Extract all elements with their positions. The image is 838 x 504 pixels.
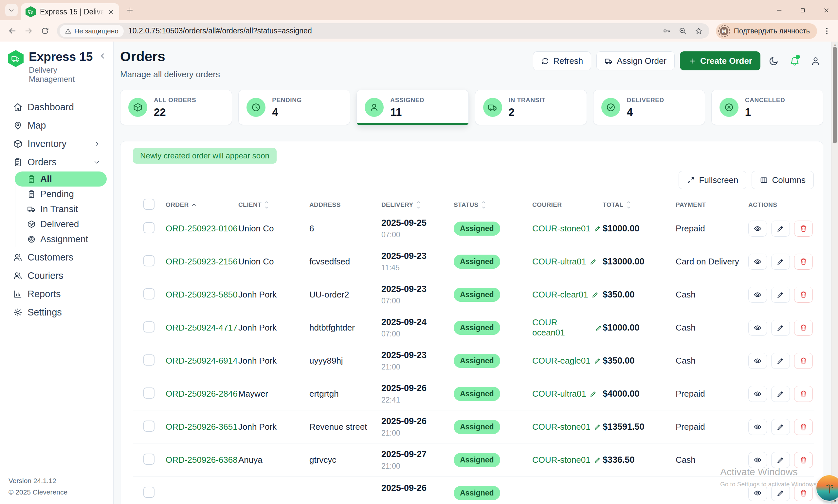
row-checkbox[interactable] [143,321,155,332]
scroll-up-arrow[interactable]: ▲ [832,42,838,47]
fullscreen-button[interactable]: Fullscreen [679,171,746,189]
view-order-button[interactable] [748,386,767,402]
edit-order-button[interactable] [771,452,790,468]
sidebar-item-inventory[interactable]: Inventory [6,135,107,153]
order-id-link[interactable]: ORD-250923-5850 [166,290,238,300]
courier-link[interactable]: COUR-ultra01 [532,256,597,267]
tab-close-icon[interactable] [108,8,114,15]
order-id-link[interactable]: ORD-250924-4717 [166,323,238,332]
browser-menu-button[interactable] [820,28,834,34]
column-header-delivery[interactable]: DELIVERY [381,201,454,209]
row-checkbox[interactable] [143,420,155,432]
identity-confirm-button[interactable]: M Подтвердить личность [716,23,817,39]
sidebar-item-reports[interactable]: Reports [6,285,107,303]
edit-order-button[interactable] [771,386,790,402]
scrollbar-thumb[interactable] [833,47,837,143]
sidebar-item-orders-assignment[interactable]: Assignment [15,232,107,247]
view-order-button[interactable] [748,452,767,468]
courier-link[interactable]: COUR-eagle01 [532,356,601,366]
window-minimize-button[interactable] [767,0,791,20]
view-order-button[interactable] [748,419,767,435]
reload-button[interactable] [37,23,52,39]
notifications-button[interactable] [787,53,802,69]
order-id-link[interactable]: ORD-250924-6914 [166,356,238,365]
url-text[interactable]: 10.2.0.75:10503/orders/all#/orders/all?s… [128,26,655,35]
edit-courier-icon[interactable] [594,456,601,464]
refresh-button[interactable]: Refresh [533,51,591,70]
courier-link[interactable]: COUR-clear01 [532,290,599,300]
edit-order-button[interactable] [771,254,790,270]
row-checkbox[interactable] [143,355,155,365]
page-scrollbar[interactable]: ▲ ▼ [832,41,838,504]
delete-order-button[interactable] [794,419,813,435]
sidebar-item-orders[interactable]: Orders [6,153,107,172]
password-key-icon[interactable] [662,27,671,35]
stat-card-pending[interactable]: PENDING4 [238,90,350,125]
column-header-status[interactable]: STATUS [454,201,532,209]
sidebar-collapse-button[interactable] [99,52,107,60]
courier-link[interactable]: COUR-ultra01 [532,389,597,399]
sidebar-item-orders-pending[interactable]: Pending [15,186,107,202]
stat-card-assigned[interactable]: ASSIGNED11 [356,90,468,125]
row-checkbox[interactable] [143,222,155,233]
delete-order-button[interactable] [794,287,813,303]
tab-search-button[interactable] [5,4,18,16]
sidebar-item-map[interactable]: Map [6,116,107,135]
new-tab-button[interactable] [126,6,134,14]
edit-courier-icon[interactable] [594,225,601,232]
column-header-total[interactable]: TOTAL [603,201,676,209]
courier-link[interactable]: COUR-ocean01 [532,318,603,338]
courier-link[interactable]: COUR-stone01 [532,422,601,432]
view-order-button[interactable] [748,254,767,270]
sidebar-item-settings[interactable]: Settings [6,303,107,322]
delete-order-button[interactable] [794,353,813,369]
row-checkbox[interactable] [143,454,155,465]
stat-card-cancelled[interactable]: CANCELLED1 [711,90,823,125]
courier-link[interactable]: COUR-stone01 [532,455,601,465]
column-header-order[interactable]: ORDER [166,201,238,209]
window-close-button[interactable] [815,0,838,20]
sidebar-item-orders-delivered[interactable]: Delivered [15,217,107,232]
edit-order-button[interactable] [771,320,790,336]
view-order-button[interactable] [748,353,767,369]
delete-order-button[interactable] [794,254,813,270]
stat-card-all-orders[interactable]: ALL ORDERS22 [120,90,232,125]
sidebar-item-customers[interactable]: Customers [6,248,107,267]
forward-button[interactable] [21,23,36,39]
order-id-link[interactable]: ORD-250923-0106 [166,223,238,233]
edit-order-button[interactable] [771,220,790,237]
order-id-link[interactable]: ORD-250926-3651 [166,422,238,432]
row-checkbox[interactable] [143,288,155,300]
edit-courier-icon[interactable] [595,324,603,331]
sidebar-item-dashboard[interactable]: Dashboard [6,98,107,116]
bookmark-star-icon[interactable] [695,27,703,35]
edit-courier-icon[interactable] [590,390,597,398]
browser-tab[interactable]: Express 15 | Delivery Managem [21,3,119,20]
edit-courier-icon[interactable] [590,258,597,266]
edit-courier-icon[interactable] [591,291,599,299]
edit-courier-icon[interactable] [594,423,601,431]
profile-button[interactable] [807,53,823,69]
sidebar-item-couriers[interactable]: Couriers [6,267,107,285]
zoom-icon[interactable] [679,27,687,35]
edit-order-button[interactable] [771,353,790,369]
courier-link[interactable]: COUR-stone01 [532,223,601,234]
edit-order-button[interactable] [771,287,790,303]
columns-button[interactable]: Columns [752,171,814,189]
delete-order-button[interactable] [794,220,813,237]
sidebar-item-orders-in-transit[interactable]: In Transit [15,202,107,217]
row-checkbox[interactable] [143,487,155,498]
window-maximize-button[interactable] [791,0,815,20]
stat-card-delivered[interactable]: DELIVERED4 [593,90,705,125]
create-order-button[interactable]: Create Order [680,51,761,70]
delete-order-button[interactable] [794,452,813,468]
row-checkbox[interactable] [143,388,155,399]
delete-order-button[interactable] [794,386,813,402]
stat-card-in-transit[interactable]: IN TRANSIT2 [475,90,587,125]
sidebar-item-orders-all[interactable]: All [15,172,107,186]
delete-order-button[interactable] [794,320,813,336]
order-id-link[interactable]: ORD-250926-2846 [166,389,238,399]
edit-order-button[interactable] [771,419,790,435]
back-button[interactable] [4,23,20,39]
order-id-link[interactable]: ORD-250923-2156 [166,256,238,266]
